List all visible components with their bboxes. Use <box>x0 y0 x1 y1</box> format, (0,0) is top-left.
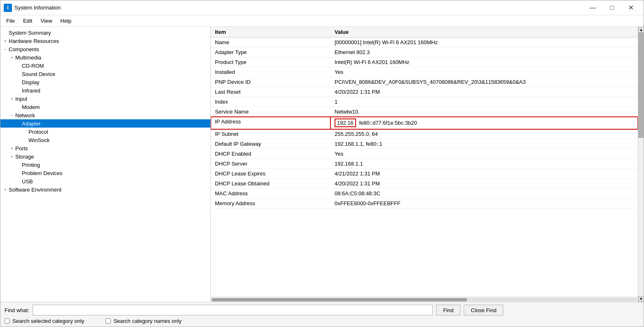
detail-scroll-down[interactable]: ▼ <box>638 296 644 302</box>
sidebar-label-network: Network <box>15 112 35 118</box>
search-category-names-checkbox[interactable] <box>106 318 111 324</box>
sidebar-item-winsock[interactable]: WinSock <box>0 136 210 144</box>
expander-icon-sound-device <box>15 71 22 77</box>
menu-bar: File Edit View Help <box>0 15 644 27</box>
search-selected-checkbox[interactable] <box>5 318 10 324</box>
expander-icon-cd-rom <box>15 62 22 69</box>
table-row: PNP Device IDPCI\VEN_8086&DEV_A0F0&SUBSY… <box>211 77 638 87</box>
menu-edit[interactable]: Edit <box>19 17 36 25</box>
menu-view[interactable]: View <box>36 17 56 25</box>
table-row: Memory Address0xFFEE8000-0xFFEEBFFF <box>211 199 638 209</box>
row-value-1: Ethernet 802.3 <box>330 47 638 57</box>
menu-file[interactable]: File <box>2 17 19 25</box>
sidebar-label-software-environment: Software Environment <box>9 187 61 193</box>
sidebar-item-protocol[interactable]: Protocol <box>0 128 210 136</box>
sidebar-label-sound-device: Sound Device <box>22 71 55 77</box>
detail-wrapper: Item Value Name[00000001] Intel(R) Wi-Fi… <box>211 27 644 302</box>
table-row: DHCP Lease Obtained4/20/2022 1:31 PM <box>211 179 638 189</box>
table-row: Name[00000001] Intel(R) Wi-Fi 6 AX201 16… <box>211 38 638 47</box>
row-value-3: Yes <box>330 67 638 77</box>
expander-icon-input: + <box>9 95 15 102</box>
find-label: Find what: <box>5 307 29 313</box>
sidebar-label-cd-rom: CD-ROM <box>22 63 44 69</box>
table-row: InstalledYes <box>211 67 638 77</box>
sidebar-item-ports[interactable]: +Ports <box>0 144 210 152</box>
row-item-13: DHCP Lease Expires <box>211 169 330 179</box>
table-row: DHCP Lease Expires4/21/2022 1:31 PM <box>211 169 638 179</box>
detail-panel: Item Value Name[00000001] Intel(R) Wi-Fi… <box>211 27 638 302</box>
sidebar-item-input[interactable]: +Input <box>0 95 210 103</box>
sidebar-item-printing[interactable]: Printing <box>0 161 210 169</box>
sidebar-item-software-environment[interactable]: +Software Environment <box>0 185 210 194</box>
table-row: Default IP Gateway192.168.1.1, fe80::1 <box>211 139 638 149</box>
menu-help[interactable]: Help <box>56 17 75 25</box>
sidebar-label-display: Display <box>22 79 40 85</box>
row-value-11: Yes <box>330 149 638 159</box>
row-value-6: 1 <box>330 97 638 107</box>
close-find-button[interactable]: Close Find <box>464 305 503 315</box>
detail-scroll-track <box>638 33 644 296</box>
row-item-2: Product Type <box>211 57 330 67</box>
expander-icon-storage: + <box>9 153 15 160</box>
row-item-11: DHCP Enabled <box>211 149 330 159</box>
sidebar-item-network[interactable]: −Network <box>0 111 210 119</box>
sidebar-item-usb[interactable]: USB <box>0 177 210 185</box>
expander-icon-ports: + <box>9 145 15 152</box>
row-value-2: Intel(R) Wi-Fi 6 AX201 160MHz <box>330 57 638 67</box>
expander-icon-modem <box>15 104 22 110</box>
table-row: DHCP Server192.168.1.1 <box>211 159 638 169</box>
sidebar-item-modem[interactable]: Modem <box>0 103 210 111</box>
minimize-button[interactable]: — <box>583 1 602 14</box>
row-item-7: Service Name <box>211 107 330 117</box>
detail-scroll-thumb <box>638 33 644 138</box>
row-item-4: PNP Device ID <box>211 77 330 87</box>
sidebar-item-problem-devices[interactable]: Problem Devices <box>0 169 210 177</box>
sidebar-label-infrared: Infrared <box>22 88 40 94</box>
expander-icon-usb <box>15 178 22 185</box>
table-row: Index1 <box>211 97 638 107</box>
sidebar-item-system-summary[interactable]: System Summary <box>0 28 210 37</box>
close-button[interactable]: ✕ <box>621 1 640 14</box>
table-row: Last Reset4/20/2022 1:31 PM <box>211 87 638 97</box>
sidebar-item-cd-rom[interactable]: CD-ROM <box>0 62 210 70</box>
maximize-button[interactable]: □ <box>602 1 621 14</box>
horiz-scroll-thumb <box>212 298 467 301</box>
checkbox-row: Search selected category only Search cat… <box>5 318 639 324</box>
detail-scrollbar[interactable]: ▲ ▼ <box>638 27 644 302</box>
sidebar-label-multimedia: Multimedia <box>15 54 41 61</box>
sidebar-label-printing: Printing <box>22 162 40 168</box>
ip-highlight-box: 192.16 <box>335 118 356 127</box>
row-value-13: 4/21/2022 1:31 PM <box>330 169 638 179</box>
sidebar-item-storage[interactable]: +Storage <box>0 152 210 161</box>
row-value-12: 192.168.1.1 <box>330 159 638 169</box>
sidebar-item-multimedia[interactable]: +Multimedia <box>0 53 210 62</box>
table-row: IP Subnet255.255.255.0, 64 <box>211 129 638 139</box>
sidebar-label-protocol: Protocol <box>28 129 48 135</box>
sidebar-item-infrared[interactable]: Infrared <box>0 86 210 95</box>
find-bar: Find what: Find Close Find Search select… <box>0 302 644 327</box>
sidebar-item-hardware-resources[interactable]: +Hardware Resources <box>0 37 210 45</box>
col-header-value: Value <box>330 27 638 38</box>
sidebar-item-sound-device[interactable]: Sound Device <box>0 70 210 78</box>
sidebar-item-components[interactable]: −Components <box>0 45 210 53</box>
expander-icon-printing <box>15 161 22 168</box>
row-item-6: Index <box>211 97 330 107</box>
row-value-9: 255.255.255.0, 64 <box>330 129 638 139</box>
row-item-0: Name <box>211 38 330 47</box>
row-value-8: 192.16 fe80::d77:6f1e:5bc:3b20 <box>330 117 638 129</box>
horiz-scroll-track <box>212 298 637 301</box>
detail-table: Item Value Name[00000001] Intel(R) Wi-Fi… <box>211 27 638 209</box>
table-row: MAC Address08:6A:C5:08:48:3C <box>211 189 638 199</box>
title-bar: ℹ System Information — □ ✕ <box>0 0 644 15</box>
sidebar-item-display[interactable]: Display <box>0 78 210 86</box>
row-item-1: Adapter Type <box>211 47 330 57</box>
row-value-10: 192.168.1.1, fe80::1 <box>330 139 638 149</box>
sidebar-item-adapter[interactable]: Adapter <box>0 119 210 128</box>
find-input[interactable] <box>33 305 433 315</box>
sidebar-label-adapter: Adapter <box>22 121 41 127</box>
find-button[interactable]: Find <box>436 305 460 315</box>
expander-icon-adapter <box>15 120 22 127</box>
detail-scroll-up[interactable]: ▲ <box>638 27 644 33</box>
horiz-scrollbar[interactable] <box>211 297 638 302</box>
detail-table-container[interactable]: Item Value Name[00000001] Intel(R) Wi-Fi… <box>211 27 638 297</box>
